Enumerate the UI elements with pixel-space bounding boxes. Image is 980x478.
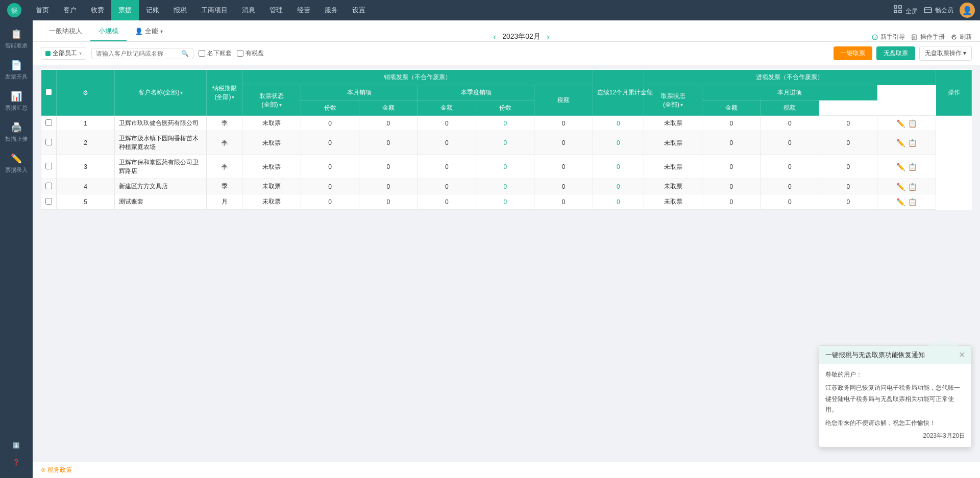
th-sales-group: 销项发票（不合作废票） xyxy=(242,70,593,85)
nav-operation[interactable]: 经营 xyxy=(290,0,317,20)
nav-charge[interactable]: 收费 xyxy=(84,0,111,20)
date-next-button[interactable]: › xyxy=(547,32,550,41)
select-all-checkbox[interactable] xyxy=(45,89,52,95)
row-monthly-purchase-amount: 0 xyxy=(761,155,819,179)
tax-disk-filter-checkbox[interactable]: 有税盘 xyxy=(237,49,264,58)
new-guide-link[interactable]: ? 新手引导 xyxy=(872,33,905,41)
tab-small-scale[interactable]: 小规模 xyxy=(90,22,127,41)
nav-manage[interactable]: 管理 xyxy=(262,0,290,20)
sidebar: 📋 智能取票 📄 发票开具 📊 票据汇总 🖨️ 扫描上传 ✏️ 票据录入 ⬇️ … xyxy=(0,20,33,478)
row-tax-period: 季 xyxy=(207,179,242,194)
svg-rect-2 xyxy=(894,6,897,8)
nav-tax[interactable]: 报税 xyxy=(166,0,194,20)
th-monthly-purchase: 本月进项 xyxy=(702,85,877,100)
tab-general-taxpayer[interactable]: 一般纳税人 xyxy=(41,22,90,41)
sidebar-item-issue-invoice[interactable]: 📄 发票开具 xyxy=(2,56,31,85)
svg-text:?: ? xyxy=(874,36,876,39)
sidebar-bottom-download[interactable]: ⬇️ xyxy=(2,438,31,453)
nav-message[interactable]: 消息 xyxy=(235,0,262,20)
row-checkbox[interactable] xyxy=(41,194,57,210)
row-sales-cancel-status: 未取票 xyxy=(242,179,301,194)
row-monthly-sales-tax: 0 xyxy=(418,155,476,179)
row-detail-icon[interactable]: 📋 xyxy=(908,163,917,171)
nav-invoice[interactable]: 票据 xyxy=(111,0,139,20)
date-prev-button[interactable]: ‹ xyxy=(493,32,496,41)
row-purchase-cancel-status: 未取票 xyxy=(644,155,702,179)
table-row: 2 卫辉市汲水镇下园闯香椿苗木种植家庭农场 季 未取票 0 0 0 0 0 0 … xyxy=(41,131,972,155)
row-detail-icon[interactable]: 📋 xyxy=(908,198,917,206)
row-detail-icon[interactable]: 📋 xyxy=(908,119,917,128)
row-edit-icon[interactable]: ✏️ xyxy=(896,119,905,128)
no-disk-ticket-button[interactable]: 无盘取票 xyxy=(876,46,915,60)
row-edit-icon[interactable]: ✏️ xyxy=(896,139,905,147)
row-monthly-sales-amount: 0 xyxy=(359,194,418,210)
sidebar-item-scan-upload[interactable]: 🖨️ 扫描上传 xyxy=(2,118,31,147)
refresh-link[interactable]: 刷新 xyxy=(951,33,972,41)
sidebar-bottom-help[interactable]: ❓ xyxy=(2,455,31,470)
sidebar-label-smart-ticket: 智能取票 xyxy=(5,42,28,49)
search-icon[interactable]: 🔍 xyxy=(181,50,189,57)
svg-text:畅: 畅 xyxy=(11,7,18,14)
notification-close-button[interactable]: ✕ xyxy=(959,350,965,360)
client-filter-icon[interactable]: ▾ xyxy=(180,90,183,95)
th-tax-period: 纳税期限(全部)▾ xyxy=(207,70,242,116)
date-label: 2023年02月 xyxy=(502,32,541,41)
row-checkbox[interactable] xyxy=(41,116,57,131)
sidebar-item-invoice-summary[interactable]: 📊 票据汇总 xyxy=(2,87,31,116)
tab-all-capable[interactable]: 👤 全能 ▾ xyxy=(127,22,171,41)
nav-home[interactable]: 首页 xyxy=(29,0,56,20)
row-cumulative-12m: 0 xyxy=(593,116,644,131)
tax-disk-checkbox-input[interactable] xyxy=(237,50,243,57)
one-click-ticket-button[interactable]: 一键取票 xyxy=(834,46,872,60)
row-client-name: 测试账套 xyxy=(115,194,207,210)
row-monthly-purchase-tax: 0 xyxy=(819,155,877,179)
row-monthly-purchase-copies: 0 xyxy=(702,155,761,179)
search-input[interactable] xyxy=(96,50,181,57)
row-purchase-cancel-status: 未取票 xyxy=(644,116,702,131)
row-edit-icon[interactable]: ✏️ xyxy=(896,163,905,171)
status-bar[interactable]: ⊙ 税务政策 xyxy=(33,462,980,478)
notification-apology: 给您带来的不便请谅解，祝您工作愉快！ xyxy=(825,418,965,429)
row-detail-icon[interactable]: 📋 xyxy=(908,183,917,191)
row-monthly-purchase-amount: 0 xyxy=(761,131,819,155)
row-checkbox[interactable] xyxy=(41,131,57,155)
sales-cancel-filter-icon[interactable]: ▾ xyxy=(279,102,282,108)
sidebar-label-scan-upload: 扫描上传 xyxy=(5,135,28,143)
row-monthly-purchase-tax: 0 xyxy=(819,194,877,210)
table-row: 4 新建区方方文具店 季 未取票 0 0 0 0 0 0 未取票 0 0 0 ✏… xyxy=(41,179,972,194)
account-filter-checkbox[interactable]: 名下账套 xyxy=(199,49,232,58)
nav-client[interactable]: 客户 xyxy=(56,0,84,20)
no-disk-ops-dropdown[interactable]: 无盘取票操作 ▾ xyxy=(919,46,972,61)
th-checkbox xyxy=(41,70,57,116)
row-edit-icon[interactable]: ✏️ xyxy=(896,198,905,206)
member-button[interactable]: 畅会员 xyxy=(924,6,953,15)
nav-industrial[interactable]: 工商项目 xyxy=(194,0,235,20)
sidebar-item-invoice-entry[interactable]: ✏️ 票据录入 xyxy=(2,149,31,178)
row-monthly-sales-tax: 0 xyxy=(418,131,476,155)
purchase-cancel-filter-icon[interactable]: ▾ xyxy=(680,102,683,108)
nav-accounting[interactable]: 记账 xyxy=(139,0,166,20)
tax-period-filter-icon[interactable]: ▾ xyxy=(232,94,234,100)
row-edit-icon[interactable]: ✏️ xyxy=(896,183,905,191)
row-monthly-sales-amount: 0 xyxy=(359,155,418,179)
th-purchase-copies: 份数 xyxy=(476,100,534,116)
sidebar-item-smart-ticket[interactable]: 📋 智能取票 xyxy=(2,24,31,54)
row-quarterly-sales-tax: 0 xyxy=(534,155,593,179)
th-client-name: 客户名称(全部)▾ xyxy=(115,70,207,116)
th-settings: ⚙ xyxy=(57,70,115,116)
row-checkbox[interactable] xyxy=(41,155,57,179)
user-avatar[interactable]: 👤 xyxy=(960,3,975,18)
settings-icon[interactable]: ⚙ xyxy=(83,89,88,96)
nav-settings[interactable]: 设置 xyxy=(345,0,373,20)
notification-popup: 一键报税与无盘取票功能恢复通知 ✕ 尊敬的用户： 江苏政务网已恢复访问电子税务局… xyxy=(819,345,972,447)
row-purchase-cancel-status: 未取票 xyxy=(644,131,702,155)
manual-link[interactable]: 操作手册 xyxy=(911,33,944,41)
nav-service[interactable]: 服务 xyxy=(317,0,345,20)
employee-select[interactable]: 全部员工 ▾ xyxy=(41,47,86,60)
th-quarterly-sales-amount: 金额 xyxy=(418,100,476,116)
row-detail-icon[interactable]: 📋 xyxy=(908,139,917,147)
row-checkbox[interactable] xyxy=(41,179,57,194)
row-no: 5 xyxy=(57,194,115,210)
account-checkbox-input[interactable] xyxy=(199,50,205,57)
fullscreen-button[interactable]: 全屏 xyxy=(894,5,917,16)
